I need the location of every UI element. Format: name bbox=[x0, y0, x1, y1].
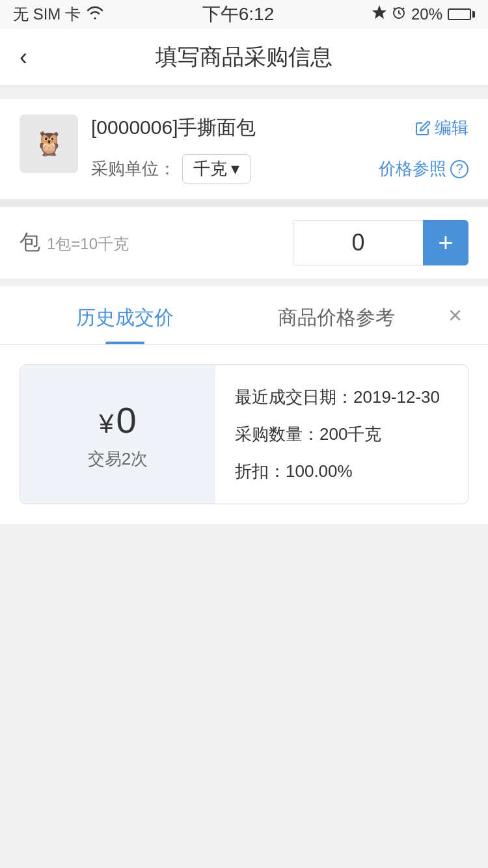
price-reference-button[interactable]: 价格参照 ? bbox=[379, 157, 468, 180]
quantity-value: 200千克 bbox=[319, 424, 381, 444]
discount-value: 100.00% bbox=[286, 461, 353, 481]
content-area bbox=[0, 524, 488, 868]
price-card-left: ¥0 交易2次 bbox=[20, 365, 215, 504]
price-section: ¥0 交易2次 最近成交日期：2019-12-30 采购数量：200千克 折扣：… bbox=[0, 345, 488, 524]
quantity-input-group: 0 + bbox=[293, 220, 468, 265]
carrier-text: 无 SIM 卡 bbox=[13, 4, 81, 25]
wifi-icon bbox=[86, 5, 104, 23]
quantity-unit: 包 bbox=[20, 228, 40, 257]
product-card: 🦉 [0000006]手撕面包 编辑 采购单位： 千克 ▾ bbox=[0, 99, 488, 199]
status-right: 20% bbox=[372, 5, 475, 23]
page-title: 填写商品采购信息 bbox=[156, 42, 332, 72]
discount-label: 折扣： bbox=[235, 461, 286, 481]
gps-icon bbox=[372, 5, 386, 23]
status-left: 无 SIM 卡 bbox=[13, 4, 104, 25]
price-card: ¥0 交易2次 最近成交日期：2019-12-30 采购数量：200千克 折扣：… bbox=[20, 364, 468, 504]
product-id: [0000006] bbox=[91, 116, 178, 138]
quantity-label: 包 1包=10千克 bbox=[20, 228, 129, 257]
recent-date-row: 最近成交日期：2019-12-30 bbox=[235, 385, 448, 410]
status-bar: 无 SIM 卡 下午6:12 20% bbox=[0, 0, 488, 29]
back-button[interactable]: ‹ bbox=[20, 44, 27, 71]
trade-count: 交易2次 bbox=[88, 448, 148, 470]
tab-historical-price[interactable]: 历史成交价 bbox=[20, 286, 230, 344]
unit-value: 千克 bbox=[193, 157, 227, 180]
battery-icon bbox=[448, 8, 475, 20]
quantity-row: 包 1包=10千克 0 + bbox=[0, 207, 488, 278]
product-name: [0000006]手撕面包 bbox=[91, 115, 256, 141]
battery-percent: 20% bbox=[411, 5, 442, 23]
product-title: 手撕面包 bbox=[178, 116, 256, 138]
price-card-right: 最近成交日期：2019-12-30 采购数量：200千克 折扣：100.00% bbox=[215, 365, 468, 504]
unit-left: 采购单位： 千克 ▾ bbox=[91, 154, 251, 183]
tab2-label: 商品价格参考 bbox=[278, 306, 395, 328]
recent-date-value: 2019-12-30 bbox=[353, 387, 440, 407]
price-ref-label: 价格参照 bbox=[379, 157, 446, 180]
purchase-quantity-row: 采购数量：200千克 bbox=[235, 422, 448, 447]
tab-product-price-reference[interactable]: 商品价格参考 bbox=[230, 286, 441, 344]
unit-selector[interactable]: 千克 ▾ bbox=[182, 154, 251, 183]
discount-row: 折扣：100.00% bbox=[235, 459, 448, 484]
quantity-plus-button[interactable]: + bbox=[423, 220, 468, 265]
quantity-conversion: 1包=10千克 bbox=[47, 234, 129, 254]
alarm-icon bbox=[392, 5, 406, 23]
section-divider bbox=[0, 199, 488, 207]
tab-close-button[interactable]: × bbox=[442, 297, 468, 334]
price-number: 0 bbox=[116, 400, 137, 441]
nav-bar: ‹ 填写商品采购信息 bbox=[0, 29, 488, 86]
product-unit-row: 采购单位： 千克 ▾ 价格参照 ? bbox=[91, 154, 468, 183]
tabs-container: 历史成交价 商品价格参考 × bbox=[0, 286, 488, 345]
time-display: 下午6:12 bbox=[202, 2, 275, 27]
edit-button[interactable]: 编辑 bbox=[415, 116, 468, 139]
product-info: [0000006]手撕面包 编辑 采购单位： 千克 ▾ 价格参照 ? bbox=[91, 115, 468, 183]
product-image: 🦉 bbox=[34, 130, 64, 157]
quantity-input[interactable]: 0 bbox=[293, 220, 423, 265]
price-display: ¥0 bbox=[99, 399, 136, 441]
product-top-row: [0000006]手撕面包 编辑 bbox=[91, 115, 468, 141]
help-icon: ? bbox=[450, 160, 468, 178]
product-thumbnail: 🦉 bbox=[20, 115, 78, 173]
currency-symbol: ¥ bbox=[99, 409, 113, 438]
recent-date-label: 最近成交日期： bbox=[235, 387, 353, 407]
tab1-label: 历史成交价 bbox=[76, 306, 174, 328]
unit-label: 采购单位： bbox=[91, 157, 176, 180]
dropdown-icon: ▾ bbox=[231, 159, 239, 179]
quantity-label-text: 采购数量： bbox=[235, 424, 319, 444]
edit-label: 编辑 bbox=[435, 116, 468, 139]
